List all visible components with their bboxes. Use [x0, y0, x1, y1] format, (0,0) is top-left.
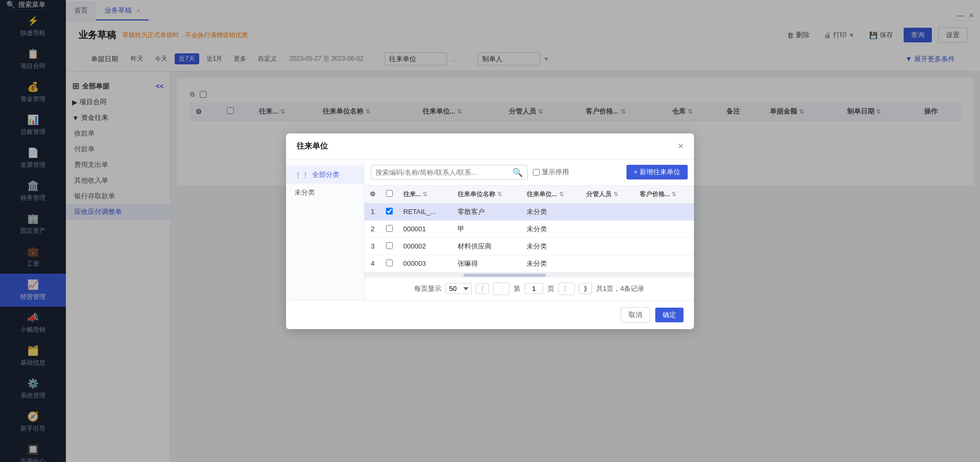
row-category: 未分类 — [521, 238, 581, 255]
row-num: 3 — [364, 238, 381, 255]
page-suffix: 页 — [548, 284, 554, 294]
next-page-button[interactable]: 〉 — [559, 283, 575, 295]
row-manager — [581, 220, 634, 238]
dialog-toolbar: 🔍 显示停用 + 新增往来单位 — [364, 160, 694, 186]
row-name: 张嘛得 — [452, 255, 521, 272]
row-manager — [581, 238, 634, 255]
show-disabled-label: 显示停用 — [542, 167, 569, 177]
row-category: 未分类 — [521, 255, 581, 272]
row-manager — [581, 255, 634, 272]
row-category: 未分类 — [521, 203, 581, 220]
search-box: 🔍 — [371, 165, 528, 180]
dialog-col-code: 往来... ⇅ — [398, 186, 452, 204]
row-name: 材料供应商 — [452, 238, 521, 255]
row-code: 000001 — [398, 220, 452, 238]
row-price — [634, 255, 694, 272]
row-check[interactable] — [381, 238, 398, 255]
row-price — [634, 220, 694, 238]
dialog: 往来单位 × ⋮⋮ 全部分类 未分类 🔍 — [286, 133, 694, 329]
dialog-col-name: 往来单位名称 ⇅ — [452, 186, 521, 204]
row-manager — [581, 203, 634, 220]
dialog-col-cat: 往来单位... ⇅ — [521, 186, 581, 204]
row-check[interactable] — [381, 203, 398, 220]
dialog-sidebar: ⋮⋮ 全部分类 未分类 — [286, 160, 364, 300]
dialog-body: ⋮⋮ 全部分类 未分类 🔍 显示停用 — [286, 160, 694, 300]
dialog-footer: 取消 确定 — [286, 300, 694, 329]
unclassified-label: 未分类 — [294, 188, 315, 197]
new-unit-button[interactable]: + 新增往来单位 — [626, 165, 688, 179]
dialog-sidebar-item-unclassified[interactable]: 未分类 — [286, 184, 364, 201]
dialog-col-manager: 分管人员 ⇅ — [581, 186, 634, 204]
first-page-button[interactable]: ⟪ — [476, 283, 489, 294]
show-disabled-checkbox[interactable] — [533, 169, 540, 176]
show-disabled-toggle[interactable]: 显示停用 — [533, 167, 569, 177]
row-num: 4 — [364, 255, 381, 272]
dialog-table: ⚙ 往来... ⇅ 往来单位名称 ⇅ 往来单位... ⇅ 分管人员 ⇅ 客户价格… — [364, 186, 694, 273]
row-name: 零散客户 — [452, 203, 521, 220]
row-check[interactable] — [381, 220, 398, 238]
row-code: RETAIL_... — [398, 203, 452, 220]
page-prefix: 第 — [514, 284, 520, 294]
row-num: 1 — [364, 203, 381, 220]
all-categories-label: 全部分类 — [312, 170, 339, 179]
dialog-pagination: 每页显示 50 10 20 100 ⟪ 〈 第 页 〉 ⟫ 共1页，4条记录 — [364, 277, 694, 300]
row-check[interactable] — [381, 255, 398, 272]
row-code: 000002 — [398, 238, 452, 255]
row-name: 甲 — [452, 220, 521, 238]
table-row[interactable]: 4 000003 张嘛得 未分类 — [364, 255, 694, 272]
dialog-title: 往来单位 — [297, 141, 328, 151]
dialog-overlay[interactable]: 往来单位 × ⋮⋮ 全部分类 未分类 🔍 — [0, 0, 980, 462]
table-row[interactable]: 1 RETAIL_... 零散客户 未分类 — [364, 203, 694, 220]
dialog-col-settings[interactable]: ⚙ — [364, 186, 381, 204]
dialog-col-price: 客户价格... ⇅ — [634, 186, 694, 204]
scrollbar-thumb[interactable] — [463, 274, 546, 277]
dialog-close-button[interactable]: × — [678, 141, 683, 152]
dialog-header: 往来单位 × — [286, 133, 694, 160]
confirm-button[interactable]: 确定 — [655, 308, 683, 322]
cancel-button[interactable]: 取消 — [621, 307, 650, 323]
row-price — [634, 238, 694, 255]
row-code: 000003 — [398, 255, 452, 272]
dialog-main: 🔍 显示停用 + 新增往来单位 ⚙ — [364, 160, 694, 300]
search-input[interactable] — [375, 168, 509, 176]
dialog-sidebar-item-all[interactable]: ⋮⋮ 全部分类 — [286, 166, 364, 184]
row-num: 2 — [364, 220, 381, 238]
row-category: 未分类 — [521, 220, 581, 238]
dialog-col-check — [381, 186, 398, 204]
page-input[interactable] — [525, 283, 543, 294]
row-price — [634, 203, 694, 220]
grid-icon: ⋮⋮ — [294, 171, 309, 179]
prev-page-button[interactable]: 〈 — [493, 283, 509, 295]
search-icon: 🔍 — [512, 167, 523, 177]
horizontal-scrollbar[interactable] — [364, 273, 694, 277]
per-page-select[interactable]: 50 10 20 100 — [446, 283, 472, 294]
last-page-button[interactable]: ⟫ — [579, 283, 592, 294]
per-page-label: 每页显示 — [414, 284, 441, 294]
table-row[interactable]: 3 000002 材料供应商 未分类 — [364, 238, 694, 255]
table-row[interactable]: 2 000001 甲 未分类 — [364, 220, 694, 238]
unit-table: ⚙ 往来... ⇅ 往来单位名称 ⇅ 往来单位... ⇅ 分管人员 ⇅ 客户价格… — [364, 186, 694, 273]
total-info: 共1页，4条记录 — [596, 284, 644, 294]
